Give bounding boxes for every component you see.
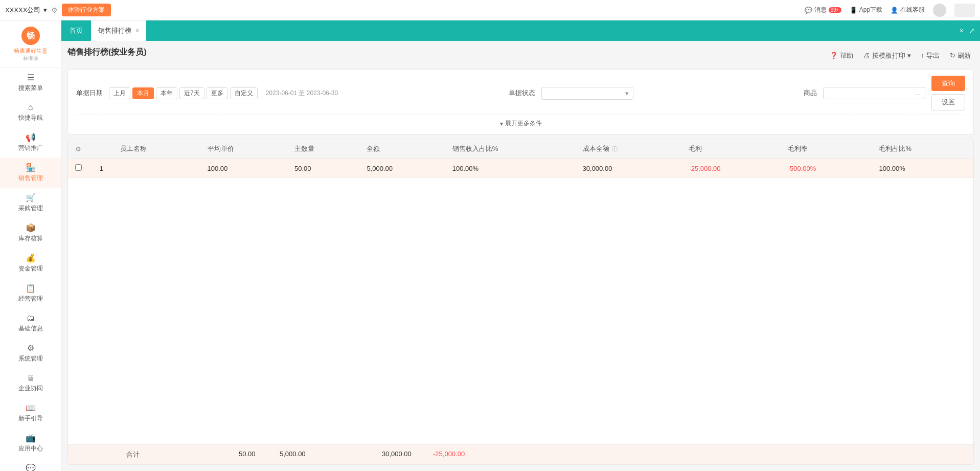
- filter-actions: 查询 设置: [931, 76, 965, 110]
- export-icon: ↑: [921, 52, 925, 59]
- table-container: ⚙ 员工名称 平均单价 主数量 全额 销售收入占比% 成本全额 ⓘ: [67, 139, 974, 465]
- row-sales-pct: 100.00%: [446, 159, 577, 178]
- sidebar-item-apps[interactable]: 📺 应用中心: [0, 428, 61, 458]
- date-btn-custom[interactable]: 自定义: [230, 87, 258, 99]
- sidebar-icon-basic: 🗂: [27, 313, 35, 323]
- sidebar-item-finance[interactable]: 💰 资金管理: [0, 248, 61, 278]
- status-dropdown-icon: ▾: [625, 89, 629, 97]
- date-label: 单据日期: [76, 88, 103, 98]
- sidebar-label-apps: 应用中心: [18, 444, 43, 453]
- service-icon: 👤: [891, 7, 898, 14]
- logo-text: 畅康通好生意: [14, 47, 48, 55]
- tab-window-expand[interactable]: ⤢: [969, 27, 975, 35]
- date-btn-this_month[interactable]: 本月: [132, 87, 154, 99]
- sidebar-icon-search: ☰: [27, 73, 34, 82]
- setting-button[interactable]: 设置: [931, 94, 965, 110]
- filter-row-1: 单据日期 上月本月本年近7天更多自定义 2023-06-01 至 2023-06…: [76, 76, 965, 110]
- date-range-display: 2023-06-01 至 2023-06-30: [266, 89, 338, 98]
- col-settings-icon[interactable]: ⚙: [75, 145, 81, 153]
- company-selector[interactable]: XXXXX公司 ▾: [5, 6, 47, 15]
- footer-profit: -25,000.00: [433, 450, 465, 458]
- goods-more[interactable]: ...: [916, 89, 921, 97]
- sidebar-item-nav[interactable]: ⌂ 快捷导航: [0, 98, 61, 127]
- sidebar-item-basic[interactable]: 🗂 基础信息: [0, 308, 61, 338]
- footer-main-qty: 50.00: [239, 450, 256, 458]
- date-btn-more[interactable]: 更多: [207, 87, 228, 99]
- col-name: 员工名称: [114, 139, 201, 159]
- top-right-area: 💬 消息 99+ 📱 App下载 👤 在线客服: [805, 4, 975, 17]
- row-name: [114, 159, 201, 178]
- goods-filter[interactable]: ...: [823, 87, 925, 99]
- refresh-button[interactable]: ↻ 刷新: [947, 49, 974, 62]
- sidebar-label-manage: 经营管理: [18, 295, 43, 303]
- export-button[interactable]: ↑ 导出: [918, 49, 943, 62]
- trial-button[interactable]: 体验行业方案: [62, 4, 111, 16]
- sidebar-label-collab: 企业协同: [18, 384, 43, 393]
- status-select[interactable]: ▾: [541, 87, 633, 100]
- cost-info-icon[interactable]: ⓘ: [612, 146, 618, 152]
- app-download-item[interactable]: 📱 App下载: [850, 6, 882, 14]
- help-icon: ❓: [830, 52, 838, 59]
- tab-home[interactable]: 首页: [61, 20, 91, 41]
- sidebar-item-weixin[interactable]: 💬 企业微信: [0, 458, 61, 471]
- tab-bar: 首页 销售排行榜 × × ⤢: [61, 20, 980, 41]
- sidebar-item-search[interactable]: ☰ 搜索菜单: [0, 68, 61, 98]
- sidebar-label-inventory: 库存核算: [18, 234, 43, 243]
- online-service-item[interactable]: 👤 在线客服: [891, 6, 925, 14]
- online-service-label: 在线客服: [900, 6, 925, 14]
- col-profit-pct: 毛利占比%: [873, 139, 973, 159]
- date-btn-7days[interactable]: 近7天: [179, 87, 204, 99]
- col-rank: [88, 139, 114, 159]
- sidebar-icon-purchase: 🛒: [26, 193, 36, 203]
- sidebar-label-finance: 资金管理: [18, 264, 43, 273]
- sidebar-icon-manage: 📋: [26, 283, 36, 293]
- ranking-table: ⚙ 员工名称 平均单价 主数量 全额 销售收入占比% 成本全额 ⓘ: [68, 139, 973, 178]
- sidebar-item-collab[interactable]: 🖥 企业协同: [0, 368, 61, 398]
- col-settings: ⚙: [68, 139, 88, 159]
- expand-icon: ▾: [500, 120, 503, 127]
- company-dropdown-icon: ▾: [43, 6, 47, 14]
- company-name: XXXXX公司: [5, 6, 40, 15]
- sidebar-icon-system: ⚙: [27, 343, 34, 353]
- col-sales-pct: 销售收入占比%: [446, 139, 577, 159]
- tab-close-icon[interactable]: ×: [135, 27, 139, 34]
- query-button[interactable]: 查询: [931, 76, 965, 91]
- sidebar-item-inventory[interactable]: 📦 库存核算: [0, 218, 61, 248]
- table-footer: 合计 50.00 5,000.00 30,000.00: [68, 444, 973, 464]
- app-icon: 📱: [850, 7, 857, 14]
- sidebar-item-marketing[interactable]: 📢 营销推广: [0, 127, 61, 158]
- sidebar-item-guide[interactable]: 📖 新手引导: [0, 398, 61, 428]
- app-download-label: App下载: [859, 6, 882, 14]
- messages-badge: 99+: [829, 7, 841, 13]
- user-avatar[interactable]: [933, 4, 946, 17]
- print-button[interactable]: 🖨 按模板打印 ▾: [860, 49, 914, 62]
- sidebar-label-system: 系统管理: [18, 354, 43, 363]
- date-btn-this_year[interactable]: 本年: [156, 87, 177, 99]
- col-profit-rate: 毛利率: [782, 139, 873, 159]
- print-dropdown-icon: ▾: [907, 52, 911, 59]
- content-area: 销售排行榜(按业务员) ❓ 帮助 🖨 按模板打印 ▾ ↑ 导出: [61, 41, 980, 471]
- page-title: 销售排行榜(按业务员): [67, 47, 147, 58]
- sidebar: 畅 畅康通好生意 标准版 ☰ 搜索菜单⌂ 快捷导航📢 营销推广🏪 销售管理🛒 采…: [0, 20, 61, 471]
- row-profit-pct: 100.00%: [873, 159, 973, 178]
- messages-item[interactable]: 💬 消息 99+: [805, 6, 841, 14]
- goods-label: 商品: [804, 88, 817, 98]
- tab-window-close[interactable]: ×: [960, 27, 964, 35]
- col-amount: 全额: [360, 139, 446, 159]
- page-toolbar: ❓ 帮助 🖨 按模板打印 ▾ ↑ 导出 ↻ 刷新: [827, 49, 974, 62]
- footer-row: 合计 50.00 5,000.00 30,000.00: [74, 450, 967, 459]
- tab-sales-ranking[interactable]: 销售排行榜 ×: [91, 20, 146, 41]
- help-button[interactable]: ❓ 帮助: [827, 49, 856, 62]
- table-header-row: ⚙ 员工名称 平均单价 主数量 全额 销售收入占比% 成本全额 ⓘ: [68, 139, 973, 159]
- sidebar-item-manage[interactable]: 📋 经营管理: [0, 278, 61, 308]
- footer-amount: 5,000.00: [280, 450, 306, 458]
- row-checkbox[interactable]: [68, 159, 88, 178]
- sidebar-item-system[interactable]: ⚙ 系统管理: [0, 338, 61, 368]
- date-btn-last_month[interactable]: 上月: [109, 87, 130, 99]
- expand-button[interactable]: ▾ 展开更多条件: [500, 119, 542, 128]
- sidebar-item-purchase[interactable]: 🛒 采购管理: [0, 188, 61, 218]
- sidebar-item-sales[interactable]: 🏪 销售管理: [0, 158, 61, 188]
- tab-label: 销售排行榜: [98, 26, 131, 35]
- sidebar-icon-collab: 🖥: [27, 373, 35, 383]
- settings-icon[interactable]: ⚙: [51, 6, 58, 14]
